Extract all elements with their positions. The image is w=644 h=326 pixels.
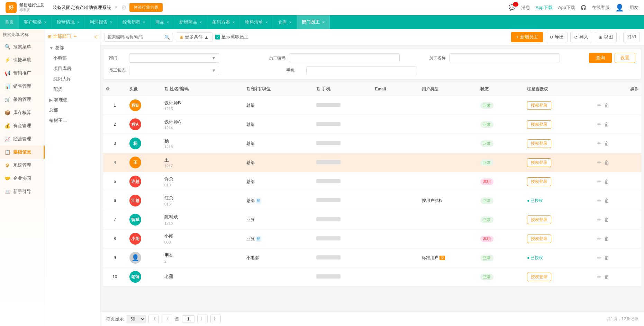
- dept-item-slx[interactable]: ▶ 双鹿想: [45, 95, 100, 105]
- sidebar-item-collaboration[interactable]: 🤝 企业协同: [0, 172, 45, 185]
- delete-icon[interactable]: 🗑: [604, 179, 609, 184]
- sidebar-item-inventory[interactable]: 📦 库存核算: [0, 106, 45, 119]
- tab-employees[interactable]: 部门员工 ✕: [297, 15, 330, 29]
- first-page-button[interactable]: 《: [148, 315, 159, 323]
- dept-item-head[interactable]: ▼ 总部: [45, 43, 100, 53]
- delete-icon[interactable]: 🗑: [604, 274, 609, 280]
- auth-button[interactable]: 授权登录: [527, 273, 551, 281]
- phone-input[interactable]: [306, 66, 417, 75]
- delete-icon[interactable]: 🗑: [604, 255, 609, 261]
- settings-icon[interactable]: ⚙: [121, 4, 127, 11]
- edit-icon[interactable]: ✏: [597, 179, 601, 184]
- sidebar-item-search[interactable]: 🔍 搜索菜单: [0, 40, 45, 53]
- sidebar-item-system[interactable]: ⚙ 系统管理: [0, 159, 45, 172]
- delete-icon[interactable]: 🗑: [604, 217, 609, 222]
- close-icon[interactable]: ✕: [143, 20, 145, 24]
- close-icon[interactable]: ✕: [265, 20, 268, 24]
- sidebar-search-input[interactable]: [3, 32, 45, 37]
- delete-icon[interactable]: 🗑: [604, 198, 609, 203]
- sidebar-item-basic[interactable]: 📋 基础信息: [0, 146, 45, 159]
- message-icon[interactable]: 💬 5: [509, 4, 516, 11]
- col-settings[interactable]: ⚙: [103, 82, 127, 96]
- dept-item-syd[interactable]: 沈阳大库: [45, 74, 100, 84]
- close-icon[interactable]: ✕: [44, 20, 47, 24]
- dept-edit-icon[interactable]: ✏: [74, 34, 77, 39]
- export-button[interactable]: ↻ 导出: [546, 32, 568, 42]
- view-button[interactable]: ⊞ 视图: [595, 32, 617, 42]
- sidebar-item-purchase[interactable]: 🛒 采购管理: [0, 93, 45, 106]
- app-download-text[interactable]: App下载: [558, 5, 575, 11]
- edit-icon[interactable]: ✏: [597, 141, 601, 146]
- more-filter-button[interactable]: ⊞ 更多条件 ▲: [176, 32, 212, 42]
- search-box[interactable]: 🔍: [105, 33, 173, 42]
- prev-page-button[interactable]: 〈: [162, 315, 172, 323]
- app-download-link[interactable]: App下载: [536, 5, 553, 11]
- sidebar-item-management[interactable]: 📈 经营管理: [0, 132, 45, 146]
- close-icon[interactable]: ✕: [110, 20, 112, 24]
- col-dept[interactable]: ⇅ 部门/职位: [244, 82, 314, 96]
- col-name[interactable]: ⇅ 姓名/编码: [162, 82, 244, 96]
- auth-button[interactable]: 授权登录: [527, 177, 551, 186]
- dept-item-zsw[interactable]: 植树王二: [45, 115, 100, 126]
- dept-item-zb[interactable]: 总部: [45, 105, 100, 115]
- edit-icon[interactable]: ✏: [597, 122, 601, 127]
- tab-history[interactable]: 经营历程 ✕: [118, 15, 151, 29]
- tab-barcode[interactable]: 条码方案 ✕: [207, 15, 240, 29]
- edit-icon[interactable]: ✏: [597, 198, 601, 203]
- emp-name-input[interactable]: [449, 53, 560, 62]
- sidebar-item-quicknav[interactable]: ⚡ 快捷导航: [0, 53, 45, 67]
- search-input[interactable]: [108, 35, 163, 39]
- next-page-button[interactable]: 〉: [197, 315, 208, 323]
- delete-icon[interactable]: 🗑: [604, 141, 609, 146]
- tab-operations[interactable]: 经营情况 ✕: [52, 15, 85, 29]
- tab-home[interactable]: 首页: [0, 15, 19, 29]
- import-button[interactable]: ↺ 导入: [570, 32, 592, 42]
- sidebar-item-marketing[interactable]: 📢 营销推广: [0, 67, 45, 80]
- auth-button[interactable]: 授权登录: [527, 139, 551, 148]
- close-icon[interactable]: ✕: [232, 20, 235, 24]
- auth-button[interactable]: 授权登录: [527, 101, 551, 110]
- dept-select[interactable]: ▼: [129, 53, 219, 63]
- sidebar-search-box[interactable]: 🔍: [0, 29, 45, 40]
- delete-icon[interactable]: 🗑: [604, 160, 609, 165]
- close-icon[interactable]: ✕: [199, 20, 202, 24]
- tab-warehouse[interactable]: 仓库 ✕: [273, 15, 297, 29]
- emp-code-input[interactable]: [289, 53, 400, 62]
- tab-goods[interactable]: 商品 ✕: [151, 15, 174, 29]
- show-resign-checkbox[interactable]: ✓: [215, 35, 220, 39]
- auth-button[interactable]: 授权登录: [527, 215, 551, 224]
- auth-button[interactable]: 授权登录: [527, 158, 551, 167]
- delete-icon[interactable]: 🗑: [604, 236, 609, 241]
- tab-bom[interactable]: 物料清单 ✕: [240, 15, 273, 29]
- edit-icon[interactable]: ✏: [597, 255, 601, 261]
- edit-icon[interactable]: ✏: [597, 274, 601, 280]
- page-number-input[interactable]: [182, 315, 194, 323]
- emp-status-select[interactable]: ▼: [129, 66, 219, 75]
- delete-icon[interactable]: 🗑: [604, 103, 609, 108]
- tab-new-goods[interactable]: 新增商品 ✕: [174, 15, 207, 29]
- show-resign-option[interactable]: ✓ 显示离职员工: [215, 34, 248, 40]
- dept-item-xdb[interactable]: 小电部: [45, 53, 100, 63]
- sidebar-item-finance[interactable]: 💰 资金管理: [0, 119, 45, 132]
- edit-icon[interactable]: ✏: [597, 160, 601, 165]
- tab-profit[interactable]: 利润报告 ✕: [85, 15, 118, 29]
- auth-button[interactable]: 授权登录: [527, 235, 551, 243]
- auth-button[interactable]: 授权登录: [527, 120, 551, 129]
- online-service-icon[interactable]: 🎧: [581, 5, 586, 10]
- dept-item-xmkf[interactable]: 项目库房: [45, 63, 100, 74]
- trial-button[interactable]: 体验行业方案: [129, 3, 163, 12]
- online-service-label[interactable]: 在线客服: [592, 5, 610, 11]
- tab-customers[interactable]: 客户联络 ✕: [19, 15, 52, 29]
- edit-icon[interactable]: ✏: [597, 103, 601, 108]
- dept-item-ph[interactable]: 配货: [45, 84, 100, 95]
- close-icon[interactable]: ✕: [166, 20, 169, 24]
- last-page-button[interactable]: 》: [210, 315, 221, 323]
- edit-icon[interactable]: ✏: [597, 217, 601, 222]
- user-name[interactable]: 用友: [629, 5, 638, 11]
- dept-collapse-icon[interactable]: ◁: [94, 34, 97, 39]
- edit-icon[interactable]: ✏: [597, 236, 601, 241]
- per-page-select[interactable]: 50 20 100: [127, 315, 146, 323]
- sidebar-item-guide[interactable]: 📖 新手引导: [0, 185, 45, 198]
- sidebar-item-sales[interactable]: 📊 销售管理: [0, 80, 45, 93]
- print-button[interactable]: 打印: [623, 32, 640, 42]
